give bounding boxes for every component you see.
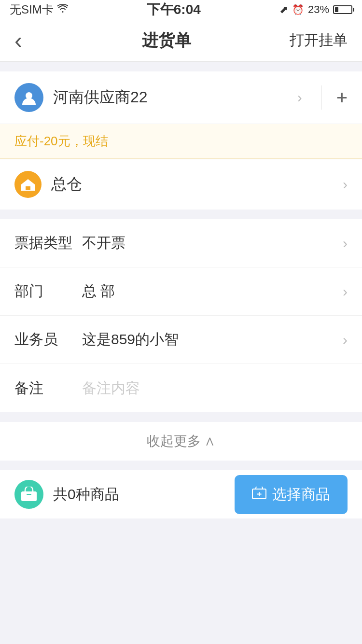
ticket-chevron-icon: › (343, 235, 348, 252)
svg-rect-2 (21, 491, 37, 501)
warehouse-icon (14, 171, 42, 198)
svg-rect-1 (26, 186, 30, 190)
department-value: 总 部 (82, 281, 343, 301)
department-chevron-icon: › (343, 283, 348, 300)
battery-percent: 23% (308, 3, 329, 16)
back-button[interactable]: ‹ (14, 27, 43, 54)
warehouse-name: 总仓 (51, 174, 343, 195)
supplier-row[interactable]: 河南供应商22 › + (0, 71, 362, 124)
alarm-icon: ⏰ (292, 4, 304, 15)
carrier-label: 无SIM卡 (10, 2, 54, 17)
status-bar: 无SIM卡 下午6:04 ⬈ ⏰ 23% (0, 0, 362, 19)
department-label: 部门 (14, 281, 82, 301)
note-row[interactable]: 备注 备注内容 (0, 364, 362, 412)
svg-point-0 (26, 92, 32, 99)
select-product-icon (252, 487, 266, 503)
add-supplier-button[interactable]: + (336, 87, 348, 109)
wifi-icon (57, 3, 68, 16)
ticket-type-label: 票据类型 (14, 233, 82, 253)
product-icon (14, 480, 43, 509)
ticket-type-value: 不开票 (82, 233, 343, 253)
collapse-label: 收起更多 ∧ (147, 432, 216, 450)
supplier-name: 河南供应商22 (53, 87, 297, 108)
page-title: 进货单 (142, 29, 191, 52)
warehouse-chevron-icon: › (343, 176, 348, 193)
nav-bar: ‹ 进货单 打开挂单 (0, 19, 362, 62)
notice-bar: 应付-20元，现结 (0, 124, 362, 159)
salesman-chevron-icon: › (343, 332, 348, 348)
warehouse-row[interactable]: 总仓 › (0, 159, 362, 210)
status-right: ⬈ ⏰ 23% (279, 3, 352, 16)
salesman-row[interactable]: 业务员 这是859的小智 › (0, 316, 362, 364)
form-section: 票据类型 不开票 › 部门 总 部 › 业务员 这是859的小智 › 备注 备注… (0, 219, 362, 412)
svg-rect-3 (27, 494, 31, 495)
note-label: 备注 (14, 378, 82, 398)
divider-vertical (321, 85, 322, 110)
supplier-section: 河南供应商22 › + 应付-20元，现结 总仓 › (0, 71, 362, 210)
status-left: 无SIM卡 (10, 2, 68, 17)
select-product-button[interactable]: 选择商品 (235, 475, 348, 514)
separator-1 (0, 62, 362, 71)
salesman-label: 业务员 (14, 330, 82, 350)
department-row[interactable]: 部门 总 部 › (0, 267, 362, 316)
status-time: 下午6:04 (147, 0, 201, 19)
open-pending-button[interactable]: 打开挂单 (290, 30, 348, 50)
collapse-button[interactable]: 收起更多 ∧ (0, 422, 362, 461)
select-product-label: 选择商品 (272, 485, 330, 504)
bottom-bar: 共0种商品 选择商品 (0, 470, 362, 518)
salesman-value: 这是859的小智 (82, 330, 343, 350)
page-background (0, 518, 362, 644)
supplier-chevron-icon: › (297, 89, 302, 106)
location-icon: ⬈ (279, 3, 288, 16)
battery-icon (333, 5, 352, 14)
ticket-type-row[interactable]: 票据类型 不开票 › (0, 219, 362, 267)
product-count-label: 共0种商品 (53, 485, 235, 504)
supplier-avatar (14, 83, 43, 112)
note-input[interactable]: 备注内容 (82, 378, 348, 398)
notice-text: 应付-20元，现结 (14, 134, 108, 148)
